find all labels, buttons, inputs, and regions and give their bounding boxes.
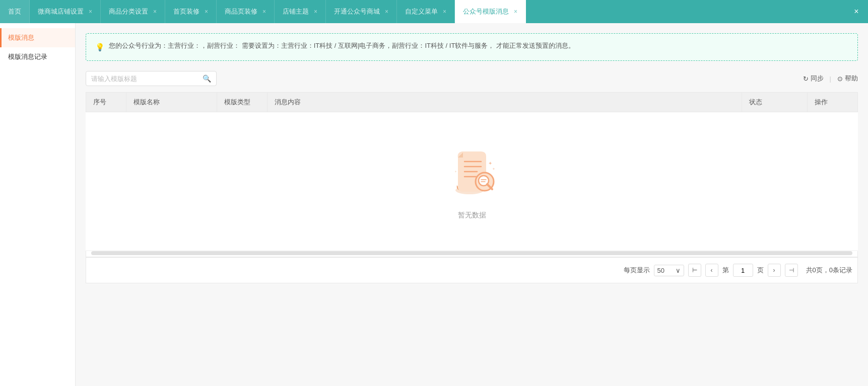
help-label: 帮助 <box>845 74 858 83</box>
horizontal-scrollbar[interactable] <box>86 251 858 257</box>
sidebar-item-template-message-label: 模版消息 <box>8 34 34 41</box>
sync-icon: ↻ <box>803 75 809 83</box>
col-header-content: 消息内容 <box>268 93 742 112</box>
tab-open-mall-close[interactable]: × <box>385 8 388 15</box>
tab-template-msg-label: 公众号模版消息 <box>463 7 509 16</box>
search-wrapper: 🔍 <box>86 71 217 86</box>
notice-suffix: 才能正常发送预置的消息。 <box>496 42 575 49</box>
tab-home-decor-close[interactable]: × <box>205 8 208 15</box>
sidebar-item-template-message[interactable]: 模版消息 <box>0 28 75 47</box>
help-button[interactable]: ⊙ 帮助 <box>837 74 858 83</box>
tab-store-theme-close[interactable]: × <box>314 8 317 15</box>
page-size-label: 每页显示 <box>624 266 650 275</box>
page-prefix-label: 第 <box>722 266 729 275</box>
tab-store-settings-close[interactable]: × <box>89 8 92 15</box>
tab-home-decor[interactable]: 首页装修 × <box>165 0 217 23</box>
sidebar-item-template-record[interactable]: 模版消息记录 <box>0 47 75 66</box>
tab-template-msg[interactable]: 公众号模版消息 × <box>455 0 526 23</box>
page-prev-button[interactable]: ‹ <box>705 264 718 277</box>
toolbar-right: ↻ 同步 | ⊙ 帮助 <box>803 74 858 83</box>
tab-store-theme-label: 店铺主题 <box>283 7 309 16</box>
sync-label: 同步 <box>811 74 824 83</box>
tab-custom-menu[interactable]: 自定义菜单 × <box>397 0 455 23</box>
notice-highlight: 需要设置为：主营行业：IT科技 / 互联网|电子商务，副营行业：IT科技 / I… <box>242 42 495 49</box>
page-first-button[interactable]: ⊢ <box>688 264 701 277</box>
pagination: 每页显示 50 ∨ ⊢ ‹ 第 页 › ⊣ 共0页，0条记录 <box>86 257 858 283</box>
tab-store-settings[interactable]: 微商城店铺设置 × <box>30 0 101 23</box>
notice-prefix: 您的公众号行业为：主营行业：，副营行业： <box>109 42 240 49</box>
toolbar: 🔍 ↻ 同步 | ⊙ 帮助 <box>86 71 858 86</box>
page-next-button[interactable]: › <box>768 264 781 277</box>
tab-store-theme[interactable]: 店铺主题 × <box>275 0 326 23</box>
help-icon: ⊙ <box>837 75 843 83</box>
page-number-input[interactable] <box>733 264 753 277</box>
tab-product-decor[interactable]: 商品页装修 × <box>217 0 275 23</box>
page-size-value: 50 <box>657 267 664 274</box>
tab-open-mall-label: 开通公众号商城 <box>334 7 380 16</box>
tab-open-mall[interactable]: 开通公众号商城 × <box>326 0 397 23</box>
page-size-select[interactable]: 50 ∨ <box>654 265 684 276</box>
col-header-action: 操作 <box>808 93 858 112</box>
tab-template-msg-close[interactable]: × <box>514 8 517 15</box>
search-input[interactable] <box>86 72 197 86</box>
tab-product-decor-close[interactable]: × <box>262 8 266 15</box>
sidebar: 模版消息 模版消息记录 <box>0 23 76 386</box>
empty-state: ✦ ✦ ✦ 暂无数据 <box>86 112 858 250</box>
col-header-seq: 序号 <box>86 93 126 112</box>
window-close-button[interactable]: × <box>845 0 868 23</box>
svg-text:✦: ✦ <box>492 167 495 171</box>
notice-box: 💡 您的公众号行业为：主营行业：，副营行业： 需要设置为：主营行业：IT科技 /… <box>86 33 858 61</box>
table-header-row: 序号 模版名称 模版类型 消息内容 状态 操作 <box>86 93 858 112</box>
tab-category-settings-label: 商品分类设置 <box>109 7 148 16</box>
tab-custom-menu-label: 自定义菜单 <box>405 7 438 16</box>
tab-custom-menu-close[interactable]: × <box>443 8 446 15</box>
tab-home[interactable]: 首页 <box>0 0 30 23</box>
tab-category-settings-close[interactable]: × <box>153 8 157 15</box>
sidebar-item-template-record-label: 模版消息记录 <box>8 53 47 60</box>
top-tab-bar: 首页 微商城店铺设置 × 商品分类设置 × 首页装修 × 商品页装修 × 店铺主… <box>0 0 868 23</box>
empty-state-row: ✦ ✦ ✦ 暂无数据 <box>86 112 858 251</box>
page-suffix-label: 页 <box>757 266 764 275</box>
search-icon: 🔍 <box>203 74 211 83</box>
col-header-status: 状态 <box>742 93 808 112</box>
empty-state-icon: ✦ ✦ ✦ <box>442 142 502 203</box>
tab-home-decor-label: 首页装修 <box>173 7 199 16</box>
tab-category-settings[interactable]: 商品分类设置 × <box>101 0 165 23</box>
svg-text:✦: ✦ <box>488 161 492 166</box>
tab-home-label: 首页 <box>8 7 21 16</box>
content-area: 💡 您的公众号行业为：主营行业：，副营行业： 需要设置为：主营行业：IT科技 /… <box>76 23 868 386</box>
notice-content: 您的公众号行业为：主营行业：，副营行业： 需要设置为：主营行业：IT科技 / 互… <box>109 41 575 51</box>
toolbar-divider: | <box>830 75 831 83</box>
page-size-chevron: ∨ <box>676 267 681 274</box>
col-header-name: 模版名称 <box>126 93 217 112</box>
page-total-info: 共0页，0条记录 <box>806 266 852 275</box>
tab-product-decor-label: 商品页装修 <box>225 7 257 16</box>
svg-text:✦: ✦ <box>454 170 457 173</box>
scrollbar-track[interactable] <box>91 251 852 255</box>
page-last-button[interactable]: ⊣ <box>785 264 798 277</box>
main-layout: 模版消息 模版消息记录 💡 您的公众号行业为：主营行业：，副营行业： 需要设置为… <box>0 23 868 386</box>
data-table: 序号 模版名称 模版类型 消息内容 状态 操作 <box>86 92 858 250</box>
col-header-type: 模版类型 <box>217 93 268 112</box>
notice-icon: 💡 <box>95 41 105 53</box>
sync-button[interactable]: ↻ 同步 <box>803 74 824 83</box>
tab-store-settings-label: 微商城店铺设置 <box>38 7 84 16</box>
empty-state-text: 暂无数据 <box>458 211 486 220</box>
search-button[interactable]: 🔍 <box>197 71 216 86</box>
